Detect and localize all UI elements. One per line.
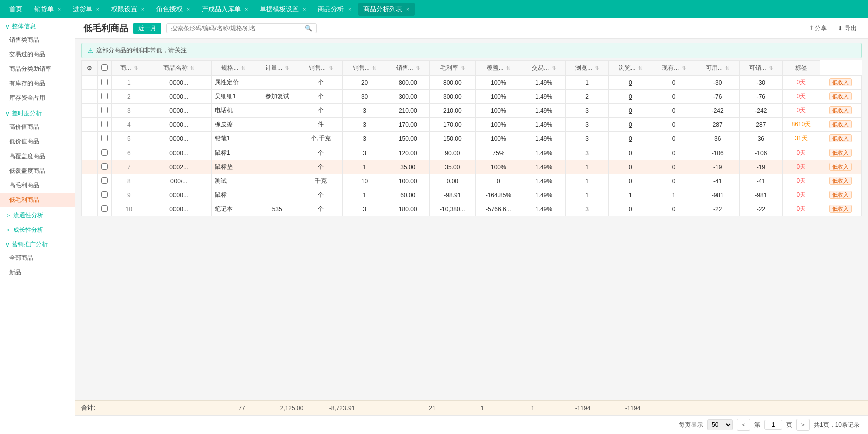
row-settings[interactable] <box>82 160 98 174</box>
sidebar-item-sales-products[interactable]: 销售类商品 <box>0 33 75 47</box>
row-browse1[interactable]: 0 <box>609 104 652 118</box>
row-select-checkbox[interactable] <box>101 121 108 127</box>
col-checkbox[interactable] <box>98 61 112 76</box>
row-gross-margin: 100% <box>475 90 522 104</box>
select-all-checkbox[interactable] <box>101 64 108 71</box>
row-browse1[interactable]: 0 <box>609 76 652 90</box>
row-select-checkbox[interactable] <box>101 191 108 198</box>
row-browse1[interactable]: 0 <box>609 202 652 216</box>
sidebar-item-new-products[interactable]: 新品 <box>0 265 75 280</box>
nav-product-analysis[interactable]: 商品分析 × <box>313 3 356 16</box>
row-checkbox[interactable] <box>98 104 112 118</box>
row-settings[interactable] <box>82 118 98 132</box>
row-browse1[interactable]: 0 <box>609 132 652 146</box>
sidebar-item-high-profit[interactable]: 高毛利商品 <box>0 178 75 193</box>
row-checkbox[interactable] <box>98 76 112 90</box>
col-coverage[interactable]: 覆盖... ⇅ <box>475 61 522 76</box>
page-number-input[interactable] <box>764 420 782 430</box>
row-select-checkbox[interactable] <box>101 135 108 141</box>
row-settings[interactable] <box>82 174 98 188</box>
sidebar-item-in-stock[interactable]: 有库存的商品 <box>0 76 75 91</box>
row-checkbox[interactable] <box>98 90 112 104</box>
row-browse1[interactable]: 0 <box>609 146 652 160</box>
nav-product-analysis-list[interactable]: 商品分析列表 × <box>358 3 414 16</box>
row-settings[interactable] <box>82 90 98 104</box>
nav-role-auth[interactable]: 角色授权 × <box>151 3 195 16</box>
col-sales-qty[interactable]: 销售... ⇅ <box>299 61 343 76</box>
row-settings[interactable] <box>82 104 98 118</box>
row-browse1[interactable]: 0 <box>609 174 652 188</box>
sidebar-item-low-coverage[interactable]: 低覆盖度商品 <box>0 164 75 178</box>
next-page-button[interactable]: ＞ <box>796 419 810 431</box>
col-browse1[interactable]: 浏览... ⇅ <box>565 61 609 76</box>
per-page-select[interactable]: 50 20 100 <box>707 419 733 430</box>
col-saleable[interactable]: 可销... ⇅ <box>739 61 783 76</box>
col-spec[interactable]: 规格... ⇅ <box>211 61 255 76</box>
settings-icon[interactable]: ⚙ <box>87 65 92 72</box>
sidebar-item-traded-products[interactable]: 交易过的商品 <box>0 47 75 62</box>
export-button[interactable]: ⬇ 导出 <box>835 23 860 34</box>
sidebar-item-low-profit[interactable]: 低毛利商品 <box>0 193 75 207</box>
nav-purchase-order[interactable]: 进货单 × <box>68 3 104 16</box>
nav-home[interactable]: 首页 <box>4 3 27 16</box>
sidebar-section-quality[interactable]: ∨ 差时度分析 <box>0 105 75 120</box>
row-select-checkbox[interactable] <box>101 149 108 156</box>
search-input[interactable] <box>171 25 305 32</box>
row-browse1[interactable]: 0 <box>609 160 652 174</box>
row-available: 36 <box>739 132 783 146</box>
share-button[interactable]: ⤴ 分享 <box>807 23 830 34</box>
col-trade[interactable]: 交易... ⇅ <box>522 61 566 76</box>
row-checkbox[interactable] <box>98 202 112 216</box>
row-settings[interactable] <box>82 132 98 146</box>
row-settings[interactable] <box>82 76 98 90</box>
row-browse1[interactable]: 0 <box>609 118 652 132</box>
row-checkbox[interactable] <box>98 132 112 146</box>
nav-permissions[interactable]: 权限设置 × <box>106 3 149 16</box>
col-browse2[interactable]: 浏览... ⇅ <box>609 61 652 76</box>
row-checkbox[interactable] <box>98 174 112 188</box>
sidebar-item-category-rate[interactable]: 商品分类助销率 <box>0 62 75 76</box>
sidebar-section-flow[interactable]: ＞ 流通性分析 <box>0 207 75 222</box>
col-current[interactable]: 现有... ⇅ <box>652 61 696 76</box>
row-settings[interactable] <box>82 188 98 202</box>
row-select-checkbox[interactable] <box>101 177 108 184</box>
row-settings[interactable] <box>82 146 98 160</box>
sidebar-item-inventory-fund[interactable]: 库存资金占用 <box>0 91 75 105</box>
sidebar-section-overall[interactable]: ∨ 整体信息 <box>0 18 75 33</box>
row-select-checkbox[interactable] <box>101 163 108 170</box>
sidebar-section-growth[interactable]: ＞ 成长性分析 <box>0 222 75 236</box>
col-unit[interactable]: 计量... ⇅ <box>255 61 299 76</box>
sidebar-section-marketing[interactable]: ∨ 营销推广分析 <box>0 236 75 251</box>
row-select-checkbox[interactable] <box>101 79 108 85</box>
nav-product-entry[interactable]: 产成品入库单 × <box>197 3 253 16</box>
row-browse1[interactable]: 1 <box>609 188 652 202</box>
row-checkbox[interactable] <box>98 146 112 160</box>
table-container[interactable]: ⚙ 商... ⇅ 商品名称 ⇅ 规格... ⇅ 计量... ⇅ 销售... ⇅ … <box>75 60 868 400</box>
row-checkbox[interactable] <box>98 160 112 174</box>
sidebar-item-high-coverage[interactable]: 高覆盖度商品 <box>0 149 75 164</box>
row-current: -19 <box>696 160 739 174</box>
row-select-checkbox[interactable] <box>101 93 108 99</box>
sidebar-item-high-value[interactable]: 高价值商品 <box>0 120 75 134</box>
row-select-checkbox[interactable] <box>101 107 108 113</box>
row-settings[interactable] <box>82 202 98 216</box>
col-tag[interactable]: 标签 <box>783 61 820 76</box>
col-name[interactable]: 商品名称 ⇅ <box>146 61 211 76</box>
col-settings[interactable]: ⚙ <box>82 61 98 76</box>
nav-template-settings[interactable]: 单据模板设置 × <box>255 3 311 16</box>
col-sales-profit[interactable]: 销售... ⇅ <box>386 61 430 76</box>
col-code[interactable]: 商... ⇅ <box>112 61 146 76</box>
date-filter-button[interactable]: 近一月 <box>133 23 161 34</box>
sidebar-item-low-value[interactable]: 低价值商品 <box>0 134 75 149</box>
col-gross-margin[interactable]: 毛利率 ⇅ <box>430 61 476 76</box>
nav-sales-order[interactable]: 销货单 × <box>29 3 66 16</box>
row-browse1[interactable]: 0 <box>609 90 652 104</box>
col-available[interactable]: 可用... ⇅ <box>696 61 739 76</box>
col-sales-price[interactable]: 销售... ⇅ <box>342 61 386 76</box>
sidebar-item-all-products[interactable]: 全部商品 <box>0 251 75 265</box>
search-icon[interactable]: 🔍 <box>305 25 312 32</box>
row-checkbox[interactable] <box>98 118 112 132</box>
row-select-checkbox[interactable] <box>101 205 108 212</box>
row-checkbox[interactable] <box>98 188 112 202</box>
prev-page-button[interactable]: ＜ <box>737 419 750 431</box>
